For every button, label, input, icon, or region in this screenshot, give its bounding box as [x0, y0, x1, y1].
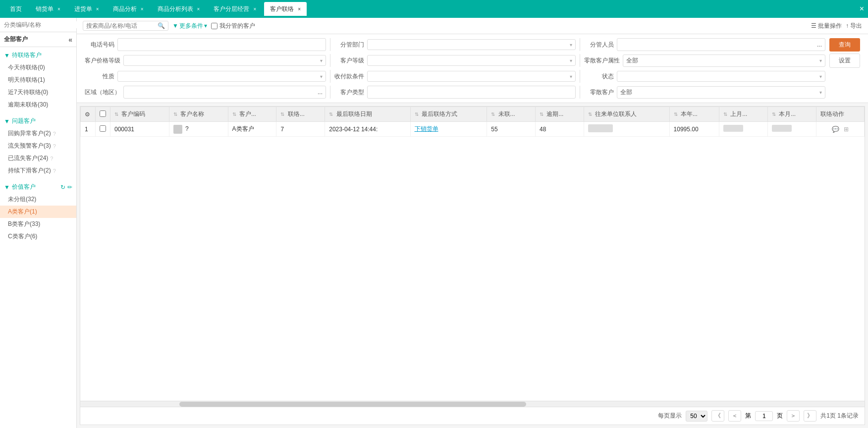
- col-gear[interactable]: ⚙: [81, 107, 96, 122]
- sort-icon: [491, 110, 496, 117]
- filter-phone: 电话号码: [85, 38, 326, 51]
- chevron-icon: [320, 73, 323, 80]
- page-total: 共1页 1条记录: [820, 412, 859, 420]
- close-icon[interactable]: ×: [298, 6, 301, 12]
- sidebar-item-7days[interactable]: 近7天待联络(0): [0, 86, 76, 99]
- sidebar-item-today[interactable]: 今天待联络(0): [0, 61, 76, 74]
- col-type[interactable]: 客户...: [228, 107, 276, 122]
- sidebar-item-a-class[interactable]: A类客户(1): [0, 206, 76, 218]
- sidebar-all-customers[interactable]: 全部客户 «: [0, 32, 76, 47]
- next-page-btn[interactable]: ＞: [787, 410, 800, 422]
- more-conditions-btn[interactable]: ▼ 更多条件 ▾: [172, 22, 207, 30]
- row-checkbox-cell[interactable]: [96, 122, 110, 137]
- nav-tab-customer-contact[interactable]: 客户联络 ×: [264, 2, 307, 16]
- nav-tab-sales[interactable]: 销货单 ×: [30, 2, 66, 16]
- last-page-btn[interactable]: 》: [804, 410, 816, 422]
- close-icon[interactable]: ×: [96, 6, 99, 12]
- payment-select[interactable]: [367, 71, 576, 82]
- close-icon[interactable]: ×: [57, 6, 60, 12]
- col-checkbox[interactable]: [96, 107, 110, 122]
- h-scrollbar[interactable]: [80, 401, 865, 407]
- customer-type-label: 客户类型: [334, 88, 364, 97]
- person-dots[interactable]: ...: [617, 38, 825, 51]
- close-icon[interactable]: ×: [197, 6, 200, 12]
- sidebar-item-ungrouped[interactable]: 未分组(32): [0, 193, 76, 206]
- dept-select[interactable]: [367, 39, 576, 50]
- sidebar-section-title-pending: ▼ 待联络客户: [0, 49, 76, 61]
- sidebar-item-tomorrow[interactable]: 明天待联络(1): [0, 74, 76, 86]
- main-search-icon[interactable]: 🔍: [158, 22, 165, 29]
- edit-icon[interactable]: ✏: [67, 184, 72, 191]
- close-icon[interactable]: ×: [253, 6, 256, 12]
- my-customers-checkbox[interactable]: [211, 23, 217, 29]
- filter-dept: 分管部门: [334, 39, 576, 50]
- region-dots[interactable]: ...: [123, 86, 326, 99]
- settings-button[interactable]: 设置: [829, 54, 860, 68]
- bulk-action-link[interactable]: ☰ 批量操作: [811, 22, 842, 30]
- query-button[interactable]: 查询: [829, 38, 860, 52]
- filter-icon: ▼: [172, 22, 178, 29]
- grid-icon[interactable]: ⊞: [844, 126, 849, 133]
- gear-icon[interactable]: ⚙: [85, 111, 90, 118]
- col-actions[interactable]: 联络动作: [816, 107, 864, 122]
- col-name[interactable]: 客户名称: [169, 107, 228, 122]
- prev-page-btn[interactable]: ＜: [728, 410, 741, 422]
- chat-icon[interactable]: 💬: [832, 126, 839, 133]
- col-overdue[interactable]: 逾期...: [536, 107, 584, 122]
- sidebar-item-declining[interactable]: 持续下滑客户(2) ?: [0, 164, 76, 177]
- page-size-select[interactable]: 50: [686, 411, 707, 422]
- status-select[interactable]: [617, 71, 825, 82]
- sort-icon: [772, 110, 777, 117]
- sidebar-item-b-class[interactable]: B类客户(33): [0, 218, 76, 230]
- h-scrollbar-thumb[interactable]: [179, 402, 526, 407]
- chevron-icon: [570, 41, 572, 48]
- table-wrap[interactable]: ⚙ 客户编码 客户名称: [80, 107, 865, 401]
- sidebar-item-churn-warning[interactable]: 流失预警客户(3) ?: [0, 140, 76, 152]
- close-icon[interactable]: ×: [141, 6, 144, 12]
- nav-tab-home[interactable]: 首页: [4, 2, 28, 16]
- page-number-input[interactable]: [755, 411, 773, 421]
- refresh-icon[interactable]: ↻: [60, 184, 65, 191]
- row-index: 1: [81, 122, 96, 137]
- export-link[interactable]: ↑ 导出: [846, 22, 862, 30]
- payment-label: 收付款条件: [334, 72, 364, 81]
- col-last-method[interactable]: 最后联络方式: [410, 107, 487, 122]
- nav-tab-analysis-list[interactable]: 商品分析列表 ×: [152, 2, 206, 16]
- select-all-checkbox[interactable]: [100, 110, 106, 117]
- col-last-date[interactable]: 最后联络日期: [325, 107, 410, 122]
- nav-tab-purchase[interactable]: 进货单 ×: [68, 2, 105, 16]
- sidebar-item-c-class[interactable]: C类客户(6): [0, 230, 76, 243]
- nav-tab-customer-segment[interactable]: 客户分层经营 ×: [208, 2, 262, 16]
- chevron-icon: [819, 73, 822, 80]
- window-close-button[interactable]: ×: [860, 4, 864, 13]
- row-not-contacted: 55: [487, 122, 536, 137]
- col-current-month[interactable]: 本月...: [767, 107, 816, 122]
- price-level-select[interactable]: [123, 55, 326, 66]
- customer-level-select[interactable]: [367, 55, 576, 66]
- main-layout: 🔍 全部客户 « ▼ 待联络客户 今天待联络(0) 明天待联络(1) 近7天待联…: [0, 18, 868, 428]
- retail-attr-select[interactable]: 全部: [623, 54, 825, 67]
- row-type: A类客户: [228, 122, 276, 137]
- row-checkbox[interactable]: [100, 125, 106, 132]
- customer-type-input[interactable]: [367, 86, 576, 99]
- sidebar-item-repurchase[interactable]: 回购异常客户(2) ?: [0, 127, 76, 140]
- phone-input[interactable]: [117, 38, 326, 51]
- row-last-method[interactable]: 下销货单: [410, 122, 487, 137]
- sidebar-collapse-icon[interactable]: «: [68, 36, 72, 44]
- sidebar-item-overdue[interactable]: 逾期未联络(30): [0, 99, 76, 111]
- col-last-month[interactable]: 上月...: [719, 107, 767, 122]
- phone-label: 电话号码: [85, 41, 114, 49]
- retail-select[interactable]: 全部: [617, 86, 825, 99]
- sidebar-item-churned[interactable]: 已流失客户(24) ?: [0, 152, 76, 164]
- sidebar-search-input[interactable]: [4, 21, 78, 28]
- chevron-icon: [819, 57, 822, 64]
- nature-select[interactable]: [117, 71, 326, 82]
- nav-tab-analysis[interactable]: 商品分析 ×: [107, 2, 150, 16]
- first-page-btn[interactable]: 《: [711, 410, 724, 422]
- col-contact-person[interactable]: 往来单位联系人: [584, 107, 669, 122]
- col-current-year[interactable]: 本年...: [669, 107, 719, 122]
- main-search-input[interactable]: [86, 22, 156, 29]
- col-contact-count[interactable]: 联络...: [276, 107, 325, 122]
- col-not-contacted[interactable]: 未联...: [487, 107, 536, 122]
- col-code[interactable]: 客户编码: [110, 107, 169, 122]
